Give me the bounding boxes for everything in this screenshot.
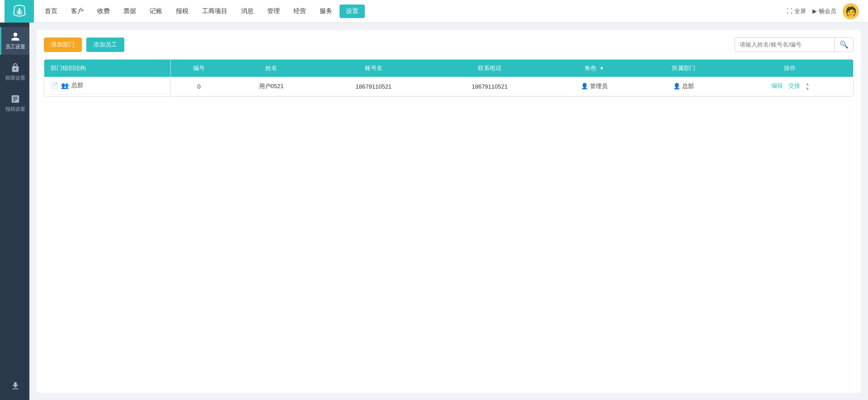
cell-account: 18679110521 — [316, 77, 432, 96]
employee-table: 编号 姓名 账号名 联系电话 角色 ▼ 所属部门 操作 — [171, 60, 853, 96]
role-user-icon: 👤 — [581, 83, 588, 89]
search-area: 🔍 — [735, 37, 854, 52]
sidebar-item-download[interactable] — [0, 376, 29, 395]
col-action: 操作 — [726, 60, 853, 77]
sidebar-item-employee[interactable]: 员工设置 — [0, 27, 29, 55]
sidebar-item-employee-label: 员工设置 — [5, 43, 25, 50]
fullscreen-btn[interactable]: ⛶ 全屏 — [787, 7, 806, 15]
nav-item-msg[interactable]: 消息 — [235, 5, 260, 18]
nav-item-tax[interactable]: 报税 — [170, 5, 195, 18]
table-header-row: 编号 姓名 账号名 联系电话 角色 ▼ 所属部门 操作 — [171, 60, 853, 77]
nav-item-account[interactable]: 记账 — [143, 5, 169, 18]
content-area: 添加部门 添加员工 🔍 部门组织结构 📄 👥 总部 — [29, 23, 868, 400]
member-btn[interactable]: ▶ 畅会员 — [812, 7, 836, 15]
report-icon — [10, 94, 20, 104]
person-icon — [10, 32, 20, 42]
fullscreen-icon: ⛶ — [787, 8, 793, 14]
transfer-link[interactable]: 交接 — [788, 82, 800, 89]
nav-item-manage[interactable]: 管理 — [261, 5, 286, 18]
dept-name: 总部 — [71, 81, 83, 89]
cell-id: 0 — [171, 77, 227, 96]
avatar-icon: 🧑 — [845, 6, 857, 17]
nav-item-home[interactable]: 首页 — [38, 5, 64, 18]
nav-item-service[interactable]: 服务 — [313, 5, 339, 18]
col-account: 账号名 — [316, 60, 432, 77]
download-icon — [10, 381, 20, 391]
nav-right-area: ⛶ 全屏 ▶ 畅会员 🧑 — [787, 3, 863, 19]
col-dept: 所属部门 — [641, 60, 726, 77]
edit-link[interactable]: 编辑 — [771, 82, 783, 89]
sidebar-item-permission[interactable]: 权限设置 — [0, 58, 29, 86]
col-role[interactable]: 角色 ▼ — [548, 60, 641, 77]
nav-item-fee[interactable]: 收费 — [91, 5, 116, 18]
add-dept-button[interactable]: 添加部门 — [44, 38, 82, 52]
user-avatar[interactable]: 🧑 — [843, 3, 859, 19]
nav-item-bill[interactable]: 票据 — [117, 5, 142, 18]
sidebar: 员工设置 权限设置 报税设置 — [0, 23, 29, 400]
nav-menu: 首页 客户 收费 票据 记账 报税 工商项目 消息 管理 经营 服务 设置 — [34, 5, 787, 18]
search-icon: 🔍 — [840, 41, 849, 48]
cell-phone: 18679110521 — [432, 77, 548, 96]
sidebar-item-permission-label: 权限设置 — [5, 75, 25, 81]
file-icon: 📄 — [51, 82, 58, 89]
cell-name: 用户0521 — [227, 77, 316, 96]
lock-icon — [10, 63, 20, 73]
main-layout: 员工设置 权限设置 报税设置 添加部门 添加员工 — [0, 23, 868, 400]
cell-dept: 👤总部 — [641, 77, 726, 96]
nav-item-customer[interactable]: 客户 — [65, 5, 90, 18]
dept-tree: 部门组织结构 📄 👥 总部 — [44, 60, 171, 96]
app-logo — [5, 0, 34, 23]
nav-item-biz[interactable]: 工商项目 — [196, 5, 234, 18]
sidebar-item-taxsetting-label: 报税设置 — [5, 106, 25, 113]
video-icon: ▶ — [812, 8, 817, 14]
employee-table-wrap: 编号 姓名 账号名 联系电话 角色 ▼ 所属部门 操作 — [171, 60, 853, 96]
nav-item-operation[interactable]: 经营 — [287, 5, 312, 18]
dept-tree-item[interactable]: 📄 👥 总部 — [44, 77, 170, 94]
table-row: 0 用户0521 18679110521 18679110521 👤管理员 👤总… — [171, 77, 853, 96]
dept-user-icon: 👤 — [673, 83, 680, 89]
add-emp-button[interactable]: 添加员工 — [86, 38, 124, 52]
col-phone: 联系电话 — [432, 60, 548, 77]
cell-role: 👤管理员 — [548, 77, 641, 96]
col-name: 姓名 — [227, 60, 316, 77]
scroll-down-icon[interactable]: ▼ — [805, 86, 810, 91]
cell-actions: 编辑 交接 ▲ ▼ — [726, 77, 853, 96]
scroll-up-icon[interactable]: ▲ — [805, 81, 810, 86]
dept-tree-header: 部门组织结构 — [44, 60, 170, 77]
nav-item-settings[interactable]: 设置 — [340, 5, 365, 18]
sort-icon: ▼ — [599, 66, 604, 71]
split-panel: 部门组织结构 📄 👥 总部 编号 姓名 账号名 — [44, 59, 854, 97]
search-button[interactable]: 🔍 — [835, 38, 853, 52]
user-icon: 👥 — [61, 82, 69, 89]
toolbar: 添加部门 添加员工 🔍 — [44, 37, 854, 52]
search-input[interactable] — [735, 38, 835, 51]
col-id: 编号 — [171, 60, 227, 77]
top-navigation: 首页 客户 收费 票据 记账 报税 工商项目 消息 管理 经营 服务 设置 ⛶ … — [0, 0, 868, 23]
content-inner: 添加部门 添加员工 🔍 部门组织结构 📄 👥 总部 — [37, 30, 861, 393]
sidebar-item-taxsetting[interactable]: 报税设置 — [0, 89, 29, 117]
